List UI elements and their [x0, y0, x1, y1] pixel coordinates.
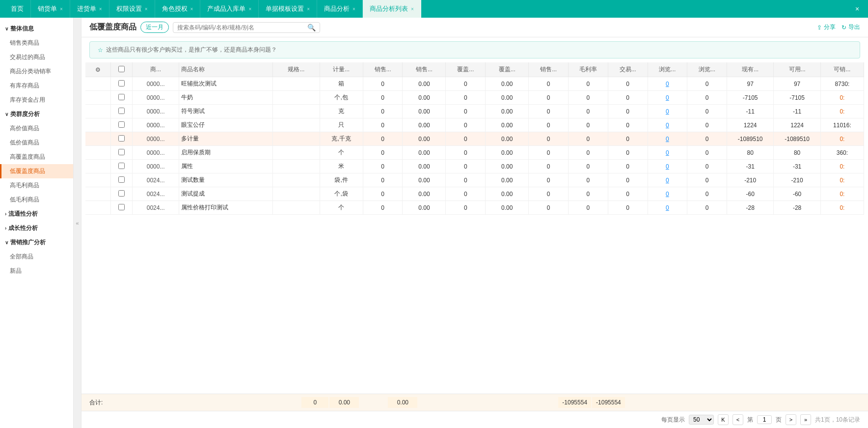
row-sales-count: 0	[529, 160, 569, 173]
row-coverage1: 0	[446, 146, 486, 160]
nav-product-analysis-list[interactable]: 商品分析列表 ×	[363, 0, 421, 18]
sidebar-collapse-button[interactable]: «	[74, 18, 81, 428]
row-checkbox-cell[interactable]	[110, 118, 132, 132]
sidebar-item-in-stock[interactable]: 有库存商品	[0, 79, 73, 93]
last-page-button[interactable]: »	[800, 414, 811, 425]
row-view1[interactable]: 0	[648, 105, 687, 118]
col-settings[interactable]: ⚙	[85, 62, 110, 77]
sidebar-item-high-margin[interactable]: 高毛利商品	[0, 178, 73, 193]
nav-product-storage[interactable]: 产成品入库单 ×	[200, 0, 259, 18]
row-saleable: 0:	[820, 201, 864, 215]
search-input[interactable]	[177, 24, 307, 31]
nav-role[interactable]: 角色授权 ×	[155, 0, 201, 18]
nav-close-icon[interactable]: ×	[248, 6, 251, 12]
sidebar-item-stock-fund[interactable]: 库存资金占用	[0, 93, 73, 107]
row-checkbox-cell[interactable]	[110, 105, 132, 118]
row-view2: 0	[687, 146, 727, 160]
prev-page-button[interactable]: <	[732, 414, 743, 425]
row-checkbox[interactable]	[118, 204, 125, 210]
sidebar-item-sales-goods[interactable]: 销售类商品	[0, 36, 73, 50]
nav-close-icon[interactable]: ×	[99, 6, 102, 12]
nav-close-icon[interactable]: ×	[307, 6, 310, 12]
row-checkbox-cell[interactable]	[110, 173, 132, 187]
sidebar-item-all-goods[interactable]: 全部商品	[0, 250, 73, 264]
first-page-button[interactable]: K	[718, 414, 729, 425]
row-view1[interactable]: 0	[648, 173, 687, 187]
row-current-stock: 97	[727, 77, 773, 91]
nav-close-all-button[interactable]: ×	[850, 2, 864, 16]
row-view1[interactable]: 0	[648, 146, 687, 160]
content-header: 低覆盖度商品 近一月 🔍 ⇪ 分享 ↻ 导出	[81, 18, 868, 37]
sidebar-group-cluster[interactable]: ∨ 类群度分析	[0, 107, 73, 121]
col-sales-amt-header: 销售...	[403, 62, 446, 77]
row-checkbox-cell[interactable]	[110, 187, 132, 201]
search-icon[interactable]: 🔍	[307, 24, 316, 31]
nav-close-icon[interactable]: ×	[411, 6, 414, 12]
page-size-select[interactable]: 50 100 200	[689, 415, 714, 425]
row-checkbox-cell[interactable]	[110, 160, 132, 173]
row-sales-count: 0	[529, 91, 569, 105]
sidebar-item-traded-goods[interactable]: 交易过的商品	[0, 50, 73, 64]
sidebar-item-low-value[interactable]: 低价值商品	[0, 136, 73, 150]
table-row: 0024... 属性价格打印测试 个 0 0.00 0 0.00 0 0 0 0…	[85, 201, 864, 215]
row-checkbox[interactable]	[118, 80, 125, 86]
row-coverage2: 0.00	[486, 132, 529, 146]
row-view1[interactable]: 0	[648, 160, 687, 173]
sidebar-item-new-goods[interactable]: 新品	[0, 264, 73, 278]
col-checkbox-all[interactable]	[110, 62, 132, 77]
sidebar-group-marketing[interactable]: ∨ 营销推广分析	[0, 235, 73, 250]
sidebar-group-growth[interactable]: › 成长性分析	[0, 221, 73, 235]
sidebar-item-low-margin[interactable]: 低毛利商品	[0, 193, 73, 207]
row-view1[interactable]: 0	[648, 187, 687, 201]
select-all-checkbox[interactable]	[118, 66, 125, 72]
row-checkbox[interactable]	[118, 176, 125, 183]
sidebar-item-high-value[interactable]: 高价值商品	[0, 121, 73, 136]
row-checkbox-cell[interactable]	[110, 201, 132, 215]
row-checkbox[interactable]	[118, 121, 125, 128]
row-checkbox-cell[interactable]	[110, 91, 132, 105]
sidebar-item-category-rate[interactable]: 商品分类动销率	[0, 64, 73, 79]
row-checkbox[interactable]	[118, 135, 125, 142]
row-sales-count: 0	[529, 146, 569, 160]
sidebar-item-high-coverage[interactable]: 高覆盖度商品	[0, 150, 73, 164]
row-checkbox[interactable]	[118, 94, 125, 100]
row-spec	[273, 118, 320, 132]
nav-close-icon[interactable]: ×	[353, 6, 355, 12]
row-checkbox[interactable]	[118, 163, 125, 169]
nav-sales[interactable]: 销货单 ×	[31, 0, 70, 18]
sidebar-group-liquidity[interactable]: › 流通性分析	[0, 207, 73, 221]
row-checkbox[interactable]	[118, 108, 125, 114]
share-button[interactable]: ⇪ 分享	[817, 23, 836, 31]
row-checkbox-cell[interactable]	[110, 132, 132, 146]
row-view1[interactable]: 0	[648, 201, 687, 215]
nav-close-icon[interactable]: ×	[145, 6, 148, 12]
row-view1[interactable]: 0	[648, 77, 687, 91]
nav-purchase[interactable]: 进货单 ×	[70, 0, 109, 18]
table-row: 0000... 眼宝公仔 只 0 0.00 0 0.00 0 0 0 0 0 1…	[85, 118, 864, 132]
row-current-stock: -11	[727, 105, 773, 118]
next-page-button[interactable]: >	[786, 414, 796, 425]
page-number-input[interactable]	[757, 415, 772, 424]
nav-close-icon[interactable]: ×	[190, 6, 193, 12]
sidebar-item-low-coverage[interactable]: 低覆盖度商品	[0, 164, 73, 178]
row-checkbox-cell[interactable]	[110, 146, 132, 160]
export-button[interactable]: ↻ 导出	[841, 23, 860, 31]
row-unit: 个,袋	[320, 187, 363, 201]
row-name: 眼宝公仔	[179, 118, 273, 132]
nav-template[interactable]: 单据模板设置 ×	[259, 0, 317, 18]
nav-close-icon[interactable]: ×	[60, 6, 63, 12]
row-unit: 袋,件	[320, 173, 363, 187]
row-checkbox[interactable]	[118, 149, 125, 155]
row-checkbox-cell[interactable]	[110, 77, 132, 91]
row-coverage2: 0.00	[486, 201, 529, 215]
nav-permission[interactable]: 权限设置 ×	[109, 0, 155, 18]
nav-product-analysis[interactable]: 商品分析 ×	[317, 0, 363, 18]
row-view1[interactable]: 0	[648, 132, 687, 146]
row-view1[interactable]: 0	[648, 118, 687, 132]
nav-home[interactable]: 首页	[4, 0, 31, 18]
row-checkbox[interactable]	[118, 190, 125, 197]
sidebar-group-overall[interactable]: ∨ 整体信息	[0, 22, 73, 36]
row-view1[interactable]: 0	[648, 91, 687, 105]
time-filter-button[interactable]: 近一月	[140, 22, 169, 33]
row-view2: 0	[687, 132, 727, 146]
